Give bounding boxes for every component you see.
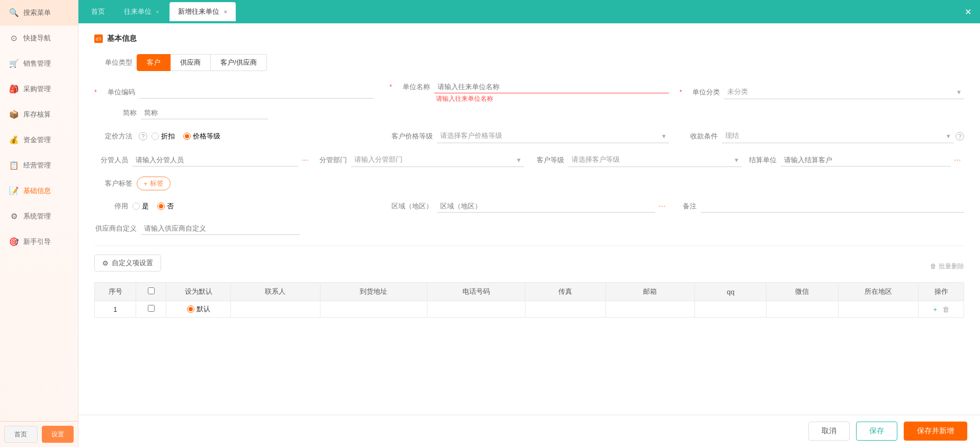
region-table-input[interactable] — [860, 305, 897, 313]
custom-settings-btn[interactable]: ⚙ 自定义项设置 — [94, 255, 161, 271]
supplier-custom-input[interactable] — [141, 222, 300, 235]
email-input[interactable] — [629, 305, 671, 313]
unit-name-field: * 单位名称 请输入往来单位名称 — [384, 81, 674, 103]
operations-icon: 📋 — [8, 160, 19, 171]
tab-home[interactable]: 首页 — [83, 2, 113, 21]
sidebar-item-finance[interactable]: 💰 资金管理 — [0, 127, 78, 153]
td-email[interactable] — [605, 301, 695, 318]
close-all-tabs-btn[interactable]: ✕ — [960, 7, 976, 17]
purchase-icon: 🎒 — [8, 84, 19, 94]
fax-input[interactable] — [547, 305, 584, 313]
select-all-checkbox[interactable] — [148, 287, 155, 294]
sidebar-item-guide[interactable]: 🎯 新手引导 — [0, 229, 78, 255]
radio-price-level-label: 价格等级 — [193, 132, 220, 141]
th-phone: 电话号码 — [427, 283, 525, 301]
sidebar-settings-btn[interactable]: 设置 — [42, 426, 74, 443]
td-checkbox — [136, 301, 166, 318]
unit-code-input[interactable]: 000009 — [139, 86, 374, 99]
radio-no-circle — [157, 203, 165, 210]
sidebar-home-btn[interactable]: 首页 — [4, 426, 38, 443]
type-btn-supplier[interactable]: 供应商 — [171, 54, 211, 71]
radio-yes-circle — [132, 203, 140, 210]
tab-contacts[interactable]: 往来单位 × — [115, 2, 167, 21]
th-contact: 联系人 — [231, 283, 320, 301]
td-address[interactable] — [320, 301, 427, 318]
row-add-btn[interactable]: + — [933, 305, 938, 313]
radio-disable-no[interactable]: 否 — [157, 201, 174, 211]
sidebar-item-purchase[interactable]: 🎒 采购管理 — [0, 76, 78, 102]
td-phone[interactable] — [427, 301, 525, 318]
payment-terms-dropdown[interactable]: 现结 ▾ — [722, 129, 954, 143]
tab-add-contact-close[interactable]: × — [224, 8, 227, 15]
tab-add-contact[interactable]: 新增往来单位 × — [170, 2, 235, 21]
short-name-input[interactable] — [141, 107, 268, 119]
add-tag-btn[interactable]: + 标签 — [137, 177, 171, 190]
payment-terms-field: 收款条件 现结 ▾ ? — [674, 129, 964, 143]
radio-disable-yes[interactable]: 是 — [132, 201, 149, 211]
batch-delete-btn[interactable]: 🗑 批量删除 — [930, 262, 964, 271]
save-new-button[interactable]: 保存并新增 — [904, 422, 967, 441]
sidebar-item-inventory[interactable]: 📦 库存核算 — [0, 102, 78, 127]
td-qq[interactable] — [695, 301, 767, 318]
th-index: 序号 — [95, 283, 136, 301]
sidebar-item-basic-info[interactable]: 📝 基础信息 — [0, 178, 78, 204]
sidebar-item-label: 基础信息 — [23, 186, 51, 196]
payment-help-icon[interactable]: ? — [956, 132, 964, 141]
radio-price-level[interactable]: 价格等级 — [183, 132, 220, 141]
dept-label: 分管部门 — [317, 155, 351, 165]
type-btn-both[interactable]: 客户/供应商 — [211, 54, 267, 71]
manager-field: 分管人员 ··· — [94, 154, 312, 166]
cancel-button[interactable]: 取消 — [808, 422, 850, 441]
tab-contacts-close[interactable]: × — [156, 8, 159, 15]
wechat-input[interactable] — [786, 305, 818, 313]
radio-discount-label: 折扣 — [161, 132, 175, 141]
contact-input[interactable] — [254, 305, 297, 313]
row-delete-btn[interactable]: 🗑 — [942, 305, 949, 313]
unit-name-input[interactable] — [434, 81, 669, 93]
sidebar-item-system[interactable]: ⚙ 系统管理 — [0, 204, 78, 229]
sidebar-item-sales[interactable]: 🛒 销售管理 — [0, 51, 78, 76]
sidebar-item-label: 系统管理 — [23, 212, 51, 221]
address-input[interactable] — [347, 305, 400, 313]
td-fax[interactable] — [525, 301, 605, 318]
default-label: 默认 — [197, 304, 210, 314]
customer-price-dropdown[interactable]: 请选择客户价格等级 ▾ — [437, 129, 669, 143]
settlement-input[interactable] — [781, 154, 951, 166]
type-btn-customer[interactable]: 客户 — [137, 54, 171, 71]
divider — [94, 246, 964, 246]
settlement-more-btn[interactable]: ··· — [951, 155, 964, 165]
dept-dropdown[interactable]: 请输入分管部门 ▾ — [351, 153, 524, 167]
sidebar-item-label: 经营管理 — [23, 161, 51, 170]
phone-input[interactable] — [452, 305, 500, 313]
sidebar-item-search[interactable]: 🔍 搜索菜单 — [0, 0, 78, 25]
region-more-btn[interactable]: ··· — [655, 201, 669, 211]
td-contact[interactable] — [231, 301, 320, 318]
pricing-help-icon[interactable]: ? — [139, 132, 147, 141]
unit-category-dropdown[interactable]: 未分类 ▾ — [724, 85, 964, 99]
default-radio-circle — [187, 305, 194, 313]
sidebar-item-operations[interactable]: 📋 经营管理 — [0, 153, 78, 178]
settings-gear-icon: ⚙ — [102, 259, 109, 267]
cust-level-dropdown[interactable]: 请选择客户等级 ▾ — [568, 153, 742, 167]
batch-delete-icon: 🗑 — [930, 262, 937, 270]
qq-input[interactable] — [715, 305, 746, 313]
remarks-input[interactable] — [701, 200, 964, 213]
pricing-method-field: 定价方法 ? 折扣 价格等级 — [94, 132, 384, 141]
save-button[interactable]: 保存 — [856, 422, 897, 441]
radio-discount[interactable]: 折扣 — [152, 132, 175, 141]
row-checkbox[interactable] — [148, 305, 155, 312]
th-default: 设为默认 — [166, 283, 231, 301]
manager-more-btn[interactable]: ··· — [298, 155, 311, 165]
batch-delete-label: 批量删除 — [939, 262, 964, 271]
td-wechat[interactable] — [767, 301, 838, 318]
row-disable: 停用 是 否 区域（地区） ··· — [94, 200, 964, 213]
guide-icon: 🎯 — [8, 236, 19, 247]
td-region[interactable] — [838, 301, 919, 318]
footer-bar: 取消 保存 保存并新增 — [78, 415, 980, 447]
manager-input[interactable] — [132, 154, 298, 166]
region-input[interactable] — [437, 200, 655, 213]
sidebar-item-quick-nav[interactable]: ⊙ 快捷导航 — [0, 25, 78, 51]
supplier-custom-row: 供应商自定义 — [94, 222, 964, 235]
tab-contacts-label: 往来单位 — [124, 7, 152, 16]
settlement-field: 结算单位 ··· — [747, 154, 965, 166]
